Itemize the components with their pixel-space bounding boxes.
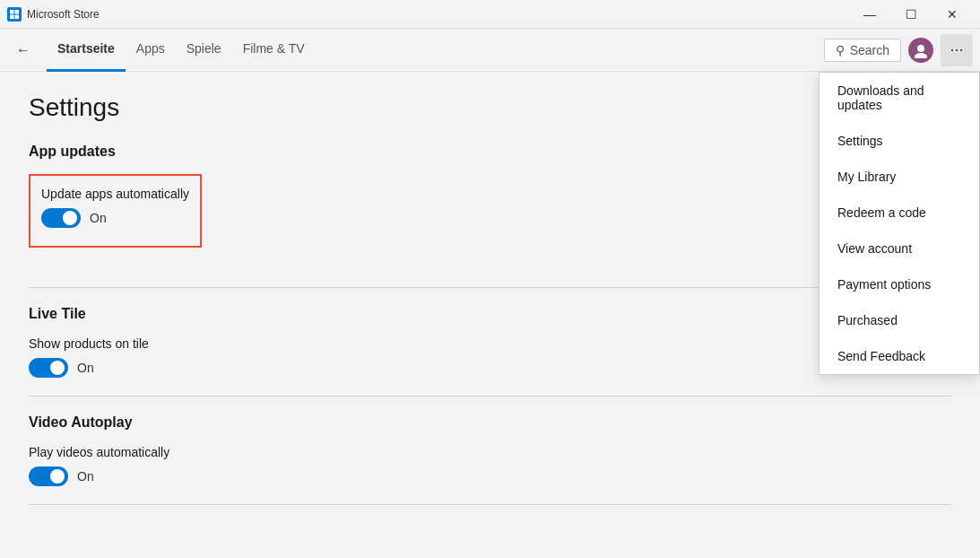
title-bar: Microsoft Store — ☐ ✕	[0, 0, 980, 29]
menu-my-library[interactable]: My Library	[820, 159, 979, 195]
play-videos-toggle[interactable]	[29, 466, 68, 486]
page-title: Settings	[29, 93, 951, 122]
nav-tabs: Startseite Apps Spiele Filme & TV	[47, 29, 824, 72]
setting-show-products: Show products on tile On	[29, 336, 951, 378]
search-icon: ⚲	[836, 43, 845, 57]
minimize-button[interactable]: —	[849, 0, 890, 29]
play-videos-toggle-row: On	[29, 466, 951, 486]
dropdown-menu: Downloads and updates Settings My Librar…	[819, 72, 980, 375]
divider-1	[29, 287, 951, 288]
menu-settings[interactable]: Settings	[820, 123, 979, 159]
maximize-button[interactable]: ☐	[890, 0, 932, 29]
play-videos-value: On	[77, 469, 94, 484]
nav-right: ⚲ Search ···	[824, 34, 973, 66]
show-products-toggle[interactable]	[29, 358, 68, 378]
back-button[interactable]: ←	[7, 34, 39, 66]
section-title-video-autoplay: Video Autoplay	[29, 414, 951, 431]
nav-bar: ← Startseite Apps Spiele Filme & TV ⚲ Se…	[0, 29, 980, 72]
tab-startseite[interactable]: Startseite	[47, 29, 126, 72]
menu-view-account[interactable]: View account	[820, 231, 979, 266]
search-button[interactable]: ⚲ Search	[824, 39, 901, 62]
window-title: Microsoft Store	[27, 8, 849, 21]
play-videos-label: Play videos automatically	[29, 445, 951, 459]
menu-downloads-updates[interactable]: Downloads and updates	[820, 73, 979, 123]
svg-rect-1	[15, 10, 20, 14]
divider-2	[29, 396, 951, 397]
svg-rect-0	[10, 10, 14, 14]
tab-apps[interactable]: Apps	[126, 29, 176, 72]
svg-point-4	[917, 45, 924, 52]
svg-rect-2	[10, 14, 14, 19]
section-app-updates: App updates Update apps automatically On	[29, 144, 951, 269]
setting-update-auto: Update apps automatically On	[41, 187, 189, 228]
update-auto-toggle-row: On	[41, 208, 189, 228]
menu-send-feedback[interactable]: Send Feedback	[820, 338, 979, 374]
setting-play-videos: Play videos automatically On	[29, 445, 951, 486]
update-auto-value: On	[90, 211, 107, 225]
section-live-tile: Live Tile Show products on tile On	[29, 306, 951, 378]
window-controls: — ☐ ✕	[849, 0, 973, 29]
more-button[interactable]: ···	[941, 34, 973, 66]
menu-purchased[interactable]: Purchased	[820, 302, 979, 338]
show-products-toggle-row: On	[29, 358, 951, 378]
avatar[interactable]	[908, 38, 933, 63]
menu-payment-options[interactable]: Payment options	[820, 266, 979, 302]
update-auto-toggle[interactable]	[41, 208, 81, 228]
section-video-autoplay: Video Autoplay Play videos automatically…	[29, 414, 951, 486]
menu-redeem-code[interactable]: Redeem a code	[820, 195, 979, 231]
show-products-label: Show products on tile	[29, 336, 951, 351]
svg-rect-3	[15, 14, 20, 19]
search-label: Search	[850, 43, 889, 57]
app-icon	[7, 7, 22, 22]
divider-3	[29, 504, 951, 505]
tab-spiele[interactable]: Spiele	[176, 29, 232, 72]
section-title-app-updates: App updates	[29, 144, 951, 160]
highlight-box-update-auto: Update apps automatically On	[29, 174, 202, 248]
close-button[interactable]: ✕	[932, 0, 973, 29]
show-products-value: On	[77, 361, 94, 375]
tab-filme[interactable]: Filme & TV	[232, 29, 316, 72]
svg-point-5	[915, 53, 927, 58]
update-auto-label: Update apps automatically	[41, 187, 189, 201]
section-title-live-tile: Live Tile	[29, 306, 951, 322]
